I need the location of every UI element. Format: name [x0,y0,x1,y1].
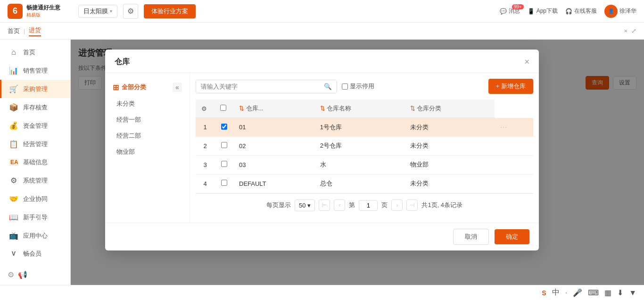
sidebar-item-home[interactable]: ⌂ 首页 [0,43,70,61]
table-row[interactable]: 1 01 1号仓库 未分类 ··· [196,118,533,137]
sidebar-item-guide[interactable]: 📖 新手引导 [0,208,70,226]
row-check-1[interactable] [215,118,233,137]
total-records: 共1页, 4条记录 [421,201,462,209]
row-code-1: 01 [233,118,314,137]
category-item-operations1[interactable]: 经营一部 [105,112,190,128]
sort-icon-cat: ⇅ [410,105,415,112]
service-label: 在线客服 [574,7,597,15]
keyboard-icon[interactable]: ⌨ [588,288,599,297]
sidebar-label-home: 首页 [23,48,35,57]
message-btn[interactable]: 💬 消息 99+ [500,7,520,15]
top-header: 6 畅捷通好生意 精易版 日太阳膜 ▾ ⚙ 体验行业方案 💬 消息 99+ 📱 … [0,0,644,23]
warehouse-modal: 仓库 × ⊞ 全部分类 « 未分类 经营一部 经营二部 [105,50,539,250]
prev-page-button[interactable]: ‹ [334,200,345,211]
sidebar-label-purchase: 采购管理 [23,85,48,93]
row-check-3[interactable] [215,155,233,174]
add-warehouse-button[interactable]: + 新增仓库 [488,79,533,94]
sidebar-item-sales[interactable]: 📊 销售管理 [0,61,70,80]
show-disabled-checkbox[interactable] [342,83,348,90]
search-button[interactable]: 🔍 [319,80,337,93]
sidebar-label-basic-info: 基础信息 [23,158,48,167]
settings-button[interactable]: ⚙ [123,4,138,19]
next-page-button[interactable]: › [391,200,403,211]
sidebar-item-system[interactable]: ⚙ 系统管理 [0,171,70,190]
grid-bottom-icon[interactable]: ▦ [604,288,611,297]
row-more-3[interactable]: ··· [495,155,533,174]
row-more-1[interactable]: ··· [495,118,533,137]
last-page-button[interactable]: ⊣ [406,200,418,211]
th-name-label: 仓库名称 [327,105,351,112]
close-window-icon[interactable]: × [624,27,627,34]
operations-icon: 📋 [9,140,18,149]
sidebar-item-inventory[interactable]: 📦 库存核查 [0,98,70,117]
store-selector[interactable]: 日太阳膜 ▾ [78,5,117,18]
page-size-value: 50 [299,202,305,209]
download-icon[interactable]: ⬇ [617,288,623,297]
row-num-4: 4 [196,174,215,193]
confirm-button[interactable]: 确定 [495,229,529,244]
app-download-btn[interactable]: 📱 App下载 [528,7,558,15]
per-page-label: 每页显示 [266,201,291,209]
sidebar-item-enterprise[interactable]: 🤝 企业协同 [0,190,70,208]
trial-button[interactable]: 体验行业方案 [144,4,196,18]
th-name: ⇅ 仓库名称 [314,100,405,118]
store-name: 日太阳膜 [83,7,108,16]
sidebar-item-operations[interactable]: 📋 经营管理 [0,135,70,153]
mic-icon[interactable]: 🎤 [573,288,582,297]
chinese-input-icon[interactable]: 中 [552,288,560,298]
sidebar-item-member[interactable]: V 畅会员 [0,245,70,263]
breadcrumb-home[interactable]: 首页 [8,27,20,35]
search-box: 🔍 [196,80,337,93]
table-row[interactable]: 4 DEFAULT 总仓 未分类 ··· [196,174,533,193]
expand-window-icon[interactable]: ⤢ [631,27,636,34]
row-category-2: 未分类 [405,136,495,155]
sidebar-item-finance[interactable]: 💰 资金管理 [0,117,70,135]
row-check-4[interactable] [215,174,233,193]
speaker-icon[interactable]: 📢 [18,270,27,279]
table-row[interactable]: 3 03 水 物业部 ··· [196,155,533,174]
row-checkbox-4[interactable] [221,180,227,186]
cancel-button[interactable]: 取消 [453,229,489,245]
show-disabled-label[interactable]: 显示停用 [342,82,374,91]
row-check-2[interactable] [215,136,233,155]
row-checkbox-1[interactable] [221,124,227,130]
category-header[interactable]: ⊞ 全部分类 « [105,79,190,96]
row-more-4[interactable]: ··· [495,174,533,193]
table-header-row: ⚙ ⇅ 仓库... ⇅ 仓库名称 [196,100,533,118]
row-code-4: DEFAULT [233,174,314,193]
select-all-checkbox[interactable] [220,105,226,111]
search-input[interactable] [196,80,319,93]
modal-close-button[interactable]: × [524,57,529,67]
category-item-operations2[interactable]: 经营二部 [105,128,190,144]
page-size-select[interactable]: 50 ▾ [295,200,315,211]
collapse-category-button[interactable]: « [173,83,182,92]
row-checkbox-2[interactable] [221,142,227,148]
row-num-1: 1 [196,118,215,137]
row-more-2[interactable]: ··· [495,136,533,155]
sidebar-label-inventory: 库存核查 [23,103,48,112]
user-profile-btn[interactable]: 👤 徐泽华 [604,5,636,18]
category-item-unclassified[interactable]: 未分类 [105,96,190,112]
category-item-property[interactable]: 物业部 [105,144,190,160]
settings-bottom-icon[interactable]: ⚙ [8,270,14,279]
arrow-icon[interactable]: ▼ [629,289,636,297]
sidebar-item-purchase[interactable]: 🛒 采购管理 [0,80,70,98]
sidebar-item-basic-info[interactable]: EA 基础信息 [0,153,70,171]
sidebar-label-guide: 新手引导 [23,213,48,222]
app-center-icon: 📺 [9,231,18,240]
row-num-2: 2 [196,136,215,155]
row-checkbox-3[interactable] [221,161,227,167]
page-size-chevron: ▾ [307,202,311,209]
th-category: ⇅ 仓库分类 [405,100,495,118]
row-code-2: 02 [233,136,314,155]
sidebar-label-enterprise: 企业协同 [23,195,48,203]
table-row[interactable]: 2 02 2号仓库 未分类 ··· [196,136,533,155]
sidebar-label-finance: 资金管理 [23,122,48,130]
th-checkbox [215,100,233,118]
sidebar-item-app-center[interactable]: 📺 应用中心 [0,226,70,245]
first-page-button[interactable]: ⊢ [319,200,330,211]
customer-service-btn[interactable]: 🎧 在线客服 [565,7,597,15]
page-number-input[interactable] [359,200,378,211]
breadcrumb-current[interactable]: 进货 [29,26,41,36]
logo-text: 畅捷通好生意 [26,4,60,12]
